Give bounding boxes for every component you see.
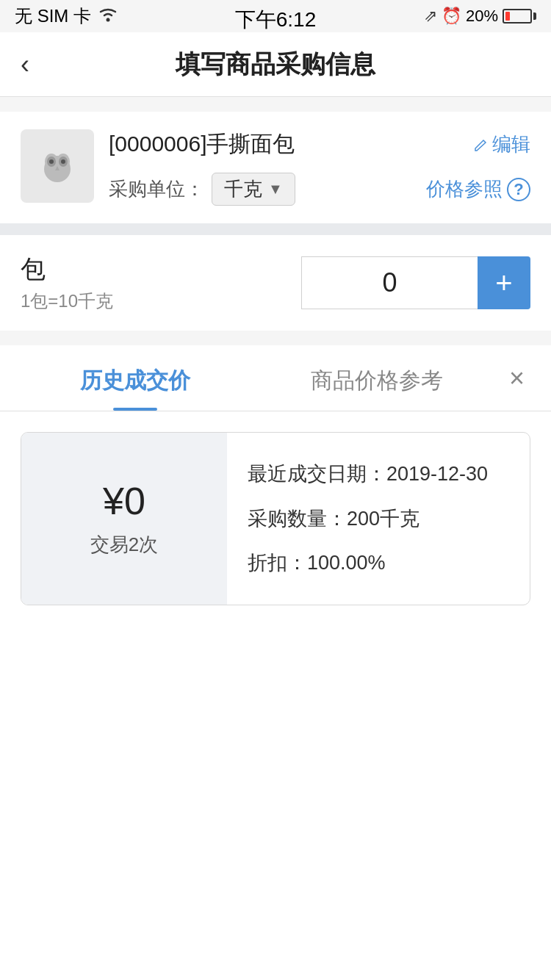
product-image-placeholder	[35, 141, 79, 192]
discount-label: 折扣：	[248, 552, 307, 574]
edit-label: 编辑	[492, 131, 530, 157]
svg-point-0	[107, 18, 110, 22]
price-card-left: ¥0 交易2次	[21, 433, 227, 605]
status-time: 下午6:12	[235, 6, 317, 34]
alarm-icon: ⏰	[442, 7, 461, 26]
edit-button[interactable]: 编辑	[473, 131, 530, 157]
price-card: ¥0 交易2次 最近成交日期：2019-12-30 采购数量：200千克 折扣：…	[21, 432, 530, 605]
quantity-unit-text: 包	[21, 253, 113, 287]
price-ref-button[interactable]: 价格参照 ?	[426, 176, 530, 202]
price-ref-label: 价格参照	[426, 176, 503, 202]
price-detail-discount: 折扣：100.00%	[248, 548, 509, 578]
product-header: [0000006]手撕面包 编辑	[109, 129, 530, 159]
page-background	[0, 626, 551, 981]
product-name: [0000006]手撕面包	[109, 129, 295, 159]
location-icon: ⇗	[424, 7, 437, 26]
battery-pct-text: 20%	[466, 7, 498, 26]
carrier-text: 无 SIM 卡	[15, 4, 91, 28]
quantity-label-block: 包 1包=10千克	[21, 253, 113, 313]
unit-value: 千克	[224, 176, 262, 202]
purchase-row: 采购单位： 千克 ▼ 价格参照 ?	[109, 173, 530, 206]
purchase-unit-label: 采购单位：	[109, 176, 204, 202]
quantity-conversion: 1包=10千克	[21, 289, 113, 313]
price-detail-qty: 采购数量：200千克	[248, 504, 509, 534]
page-title: 填写商品采购信息	[176, 48, 375, 82]
qty-label: 采购数量：	[248, 508, 347, 530]
price-transactions: 交易2次	[90, 532, 158, 558]
nav-bar: ‹ 填写商品采购信息	[0, 32, 551, 97]
dropdown-arrow-icon: ▼	[268, 181, 283, 198]
status-bar: 无 SIM 卡 下午6:12 ⇗ ⏰ 20%	[0, 0, 551, 32]
help-icon: ?	[507, 178, 530, 201]
tabs-panel: 历史成交价 商品价格参考 × ¥0 交易2次 最近成交日期：2019-12-30…	[0, 345, 551, 626]
product-thumbnail	[21, 129, 94, 203]
tab-content: ¥0 交易2次 最近成交日期：2019-12-30 采购数量：200千克 折扣：…	[0, 411, 551, 626]
date-label: 最近成交日期：	[248, 463, 386, 485]
purchase-unit-group: 采购单位： 千克 ▼	[109, 173, 295, 206]
tabs-header: 历史成交价 商品价格参考 ×	[0, 345, 551, 411]
back-button[interactable]: ‹	[21, 49, 29, 80]
product-info: [0000006]手撕面包 编辑 采购单位： 千克 ▼ 价格参照 ?	[109, 129, 530, 206]
unit-selector[interactable]: 千克 ▼	[212, 173, 295, 206]
tab-history-price[interactable]: 历史成交价	[15, 345, 256, 411]
svg-point-6	[49, 159, 54, 164]
date-value: 2019-12-30	[386, 463, 488, 485]
price-card-right: 最近成交日期：2019-12-30 采购数量：200千克 折扣：100.00%	[227, 433, 530, 605]
product-card: [0000006]手撕面包 编辑 采购单位： 千克 ▼ 价格参照 ?	[0, 112, 551, 223]
wifi-icon	[97, 6, 119, 26]
svg-point-7	[61, 159, 65, 164]
quantity-row: 包 1包=10千克 +	[0, 235, 551, 331]
battery-icon	[503, 9, 536, 24]
quantity-input[interactable]	[301, 256, 478, 309]
quantity-input-block: +	[301, 256, 530, 309]
price-detail-date: 最近成交日期：2019-12-30	[248, 459, 509, 489]
status-left: 无 SIM 卡	[15, 4, 119, 28]
tab-close-button[interactable]: ×	[497, 353, 536, 403]
qty-value: 200千克	[347, 508, 419, 530]
quantity-plus-button[interactable]: +	[478, 256, 530, 309]
status-right: ⇗ ⏰ 20%	[424, 7, 536, 26]
section-divider	[0, 223, 551, 235]
discount-value: 100.00%	[307, 552, 386, 574]
tab-price-reference[interactable]: 商品价格参考	[256, 345, 497, 411]
price-amount: ¥0	[103, 479, 145, 523]
